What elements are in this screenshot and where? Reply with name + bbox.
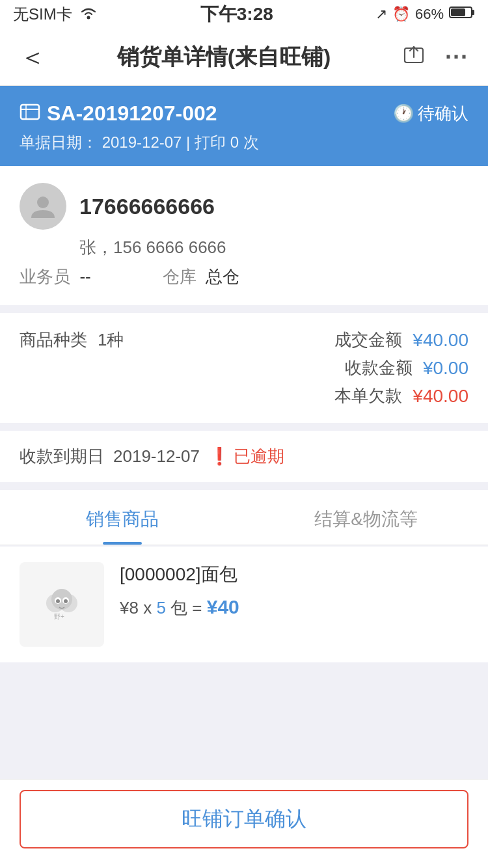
carrier-label: 无SIM卡 [13,4,72,25]
bottom-bar: 旺铺订单确认 [0,779,488,868]
overdue-icon: ❗ [209,446,230,467]
product-details: [0000002]面包 ¥8 x 5 包 = ¥40 [120,562,468,619]
due-row: 本单欠款 ¥40.00 [334,385,468,407]
quantity: 5 [156,598,165,617]
clock-icon: 🕐 [393,103,414,124]
status-right: ↗ ⏰ 66% [375,6,475,23]
product-title: 面包 [201,564,237,584]
due-date-label: 收款到期日 [20,445,104,468]
sales-label: 业务员 -- [20,265,91,288]
multiply-sign: x [143,598,156,617]
product-code: [0000002] [120,564,201,584]
svg-point-15 [56,599,60,603]
amount-row: 成交金额 ¥40.00 [334,329,468,351]
product-price-row: ¥8 x 5 包 = ¥40 [120,596,468,619]
battery-label: 66% [415,6,444,23]
back-button[interactable]: ＜ [20,39,46,75]
more-icon[interactable]: ··· [445,44,468,71]
customer-section: 17666666666 张，156 6666 6666 业务员 -- 仓库 总仓 [0,166,488,313]
bottom-spacer [0,662,488,793]
unit-label: 包 [170,598,187,617]
print-label: | 打印 [186,133,226,151]
share-icon[interactable] [402,43,426,71]
product-item: 野+ [0000002]面包 ¥8 x 5 包 = ¥40 [20,562,468,647]
due-value: ¥40.00 [413,386,468,407]
status-text: 待确认 [418,102,468,125]
overdue-text: 已逾期 [234,445,284,468]
received-value: ¥0.00 [423,358,468,379]
customer-phone: 17666666666 [79,194,215,219]
order-icon [20,102,40,126]
tab-products[interactable]: 销售商品 [0,490,244,545]
date-label: 单据日期： [20,133,98,151]
svg-rect-3 [451,8,465,16]
sales-value: -- [79,267,90,286]
page-title: 销货单详情(来自旺铺) [117,42,331,72]
tab-settlement[interactable]: 结算&物流等 [244,490,488,545]
svg-point-9 [37,197,49,208]
confirm-order-button[interactable]: 旺铺订单确认 [20,790,468,848]
svg-rect-2 [472,10,474,15]
due-label: 本单欠款 [334,385,402,407]
order-id-text: SA-20191207-002 [47,102,217,126]
svg-point-12 [51,589,72,610]
nav-actions: ··· [402,43,468,71]
order-id-row: SA-20191207-002 [20,102,217,126]
tabs: 销售商品 结算&物流等 [0,490,488,545]
total-price: ¥40 [207,596,239,617]
received-row: 收款金额 ¥0.00 [345,357,468,379]
amounts: 成交金额 ¥40.00 收款金额 ¥0.00 本单欠款 ¥40.00 [334,329,468,407]
print-unit: 次 [243,133,259,151]
svg-point-0 [87,16,90,20]
status-bar: 无SIM卡 下午3:28 ↗ ⏰ 66% [0,0,488,29]
product-name-row: [0000002]面包 [120,562,468,587]
product-thumbnail: 野+ [20,562,104,647]
wifi-icon [79,5,98,23]
type-label: 商品种类 [20,329,87,351]
svg-point-16 [64,599,68,603]
print-count: 0 [230,133,239,151]
date-value: 2019-12-07 [102,133,182,151]
product-type: 商品种类 1种 [20,329,124,351]
warehouse-label: 仓库 总仓 [163,265,239,288]
customer-name-phone: 张，156 6666 6666 [79,236,468,259]
customer-meta: 业务员 -- 仓库 总仓 [20,265,468,288]
order-date-row: 单据日期： 2019-12-07 | 打印 0 次 [20,132,468,153]
battery-icon [449,6,475,23]
equals-sign: = [192,598,206,617]
customer-avatar [20,183,66,230]
svg-rect-6 [21,105,39,119]
alarm-icon: ⏰ [392,6,410,23]
nav-bar: ＜ 销货单详情(来自旺铺) ··· [0,29,488,86]
order-header: SA-20191207-002 🕐 待确认 单据日期： 2019-12-07 |… [0,86,488,166]
location-icon: ↗ [375,6,387,23]
product-section: 野+ [0000002]面包 ¥8 x 5 包 = ¥40 [0,547,488,662]
summary-section: 商品种类 1种 成交金额 ¥40.00 收款金额 ¥0.00 本单欠款 ¥40.… [0,313,488,431]
warehouse-value: 总仓 [206,267,239,286]
amount-label: 成交金额 [334,329,402,351]
unit-price: ¥8 [120,598,139,617]
amount-value: ¥40.00 [413,330,468,351]
order-status: 🕐 待确认 [393,102,468,125]
type-value: 1种 [98,329,124,351]
status-time: 下午3:28 [200,2,273,27]
due-date-value: 2019-12-07 [113,446,200,467]
svg-text:野+: 野+ [54,613,64,620]
due-date-section: 收款到期日 2019-12-07 ❗ 已逾期 [0,431,488,490]
overdue-badge: ❗ 已逾期 [209,445,284,468]
status-left: 无SIM卡 [13,4,98,25]
received-label: 收款金额 [345,357,413,379]
